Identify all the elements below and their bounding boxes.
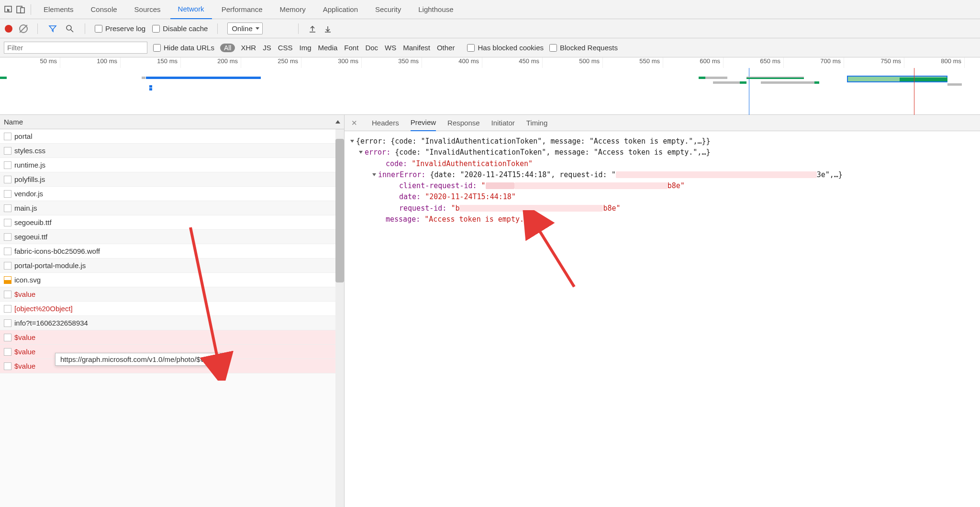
timeline-tick: 750 ms: [844, 57, 904, 68]
request-name: icon.svg: [14, 276, 41, 284]
request-list[interactable]: portalstyles.cssruntime.jspolyfills.jsve…: [0, 129, 335, 507]
request-row[interactable]: vendor.js: [0, 187, 335, 201]
request-name: $value: [14, 333, 35, 341]
filter-type-font[interactable]: Font: [344, 44, 358, 52]
has-blocked-cookies-checkbox[interactable]: Has blocked cookies: [467, 44, 544, 52]
filter-all[interactable]: All: [220, 44, 235, 52]
request-row[interactable]: fabric-icons-b0c25096.woff: [0, 244, 335, 259]
timeline-tick: 700 ms: [784, 57, 844, 68]
request-row[interactable]: portal: [0, 129, 335, 144]
request-name: $value: [14, 362, 35, 370]
response-preview[interactable]: {error: {code: "InvalidAuthenticationTok…: [345, 131, 980, 507]
file-icon: [4, 176, 11, 183]
filter-type-ws[interactable]: WS: [385, 44, 396, 52]
request-row[interactable]: [object%20Object]: [0, 302, 335, 316]
filter-type-doc[interactable]: Doc: [365, 44, 378, 52]
tab-initiator[interactable]: Initiator: [491, 115, 515, 131]
network-timeline[interactable]: 50 ms100 ms150 ms200 ms250 ms300 ms350 m…: [0, 57, 980, 115]
tab-performance[interactable]: Performance: [214, 0, 270, 19]
filter-type-js[interactable]: JS: [263, 44, 271, 52]
file-icon: [4, 133, 11, 140]
request-row[interactable]: polyfills.js: [0, 172, 335, 187]
request-name: portal-portal-module.js: [14, 261, 86, 270]
request-name: segoeuib.ttf: [14, 218, 52, 226]
tab-application[interactable]: Application: [315, 0, 366, 19]
svg-point-3: [67, 25, 71, 30]
request-list-panel: Name portalstyles.cssruntime.jspolyfills…: [0, 115, 345, 507]
request-row[interactable]: segoeuib.ttf: [0, 215, 335, 230]
tab-sources[interactable]: Sources: [127, 0, 168, 19]
file-icon: [4, 147, 11, 155]
timeline-tick: 150 ms: [121, 57, 181, 68]
request-row[interactable]: portal-portal-module.js: [0, 259, 335, 273]
request-row[interactable]: icon.svg: [0, 273, 335, 287]
file-icon: [4, 362, 11, 370]
timeline-tick: 450 ms: [482, 57, 543, 68]
blocked-requests-checkbox[interactable]: Blocked Requests: [549, 44, 618, 52]
close-detail-button[interactable]: ✕: [348, 119, 360, 127]
svg-line-4: [71, 30, 73, 32]
file-icon: [4, 262, 11, 270]
search-icon[interactable]: [65, 23, 75, 34]
request-row[interactable]: main.js: [0, 201, 335, 215]
tab-lighthouse[interactable]: Lighthouse: [411, 0, 461, 19]
detail-tabs: ✕ Headers Preview Response Initiator Tim…: [345, 115, 980, 131]
tab-network[interactable]: Network: [170, 0, 212, 19]
filter-type-other[interactable]: Other: [437, 44, 455, 52]
request-row[interactable]: segoeui.ttf: [0, 230, 335, 244]
tab-timing[interactable]: Timing: [526, 115, 547, 131]
filter-type-css[interactable]: CSS: [278, 44, 293, 52]
preserve-log-checkbox[interactable]: Preserve log: [95, 24, 145, 33]
timeline-tick: 300 ms: [301, 57, 362, 68]
tab-response[interactable]: Response: [447, 115, 480, 131]
clear-button[interactable]: [19, 24, 28, 33]
filter-type-manifest[interactable]: Manifest: [403, 44, 430, 52]
tab-headers[interactable]: Headers: [372, 115, 399, 131]
hide-data-urls-checkbox[interactable]: Hide data URLs: [153, 44, 214, 52]
file-icon: [4, 319, 11, 327]
request-list-header[interactable]: Name: [0, 115, 344, 129]
file-icon: [4, 233, 11, 241]
device-toggle-icon[interactable]: [15, 4, 26, 15]
request-detail-panel: ✕ Headers Preview Response Initiator Tim…: [345, 115, 980, 507]
network-toolbar: Preserve log Disable cache Online: [0, 19, 980, 38]
request-name: main.js: [14, 204, 37, 212]
tab-preview[interactable]: Preview: [411, 115, 436, 131]
timeline-tick: 50 ms: [0, 57, 60, 68]
throttling-select[interactable]: Online: [227, 23, 262, 34]
file-icon: [4, 305, 11, 313]
timeline-tick: 350 ms: [362, 57, 422, 68]
filter-input[interactable]: [4, 42, 147, 54]
divider: [298, 23, 299, 34]
tab-console[interactable]: Console: [83, 0, 125, 19]
request-row[interactable]: info?t=1606232658934: [0, 316, 335, 330]
svg-line-8: [531, 217, 574, 287]
request-name: vendor.js: [14, 190, 43, 198]
download-har-icon[interactable]: [323, 24, 332, 33]
filter-type-xhr[interactable]: XHR: [241, 44, 256, 52]
inspect-icon[interactable]: [3, 4, 13, 15]
record-button[interactable]: [5, 25, 12, 33]
request-name: portal: [14, 132, 33, 140]
request-row[interactable]: $value: [0, 330, 335, 345]
timeline-tick: 500 ms: [543, 57, 603, 68]
filter-type-media[interactable]: Media: [318, 44, 338, 52]
tab-memory[interactable]: Memory: [272, 0, 313, 19]
timeline-tick: 550 ms: [603, 57, 663, 68]
divider: [217, 23, 218, 34]
request-name: polyfills.js: [14, 175, 45, 183]
request-row[interactable]: $value: [0, 287, 335, 302]
request-row[interactable]: styles.css: [0, 144, 335, 158]
file-icon: [4, 248, 11, 255]
disable-cache-checkbox[interactable]: Disable cache: [152, 24, 208, 33]
tab-elements[interactable]: Elements: [36, 0, 81, 19]
scrollbar[interactable]: [335, 129, 344, 507]
filter-bar: Hide data URLs All XHRJSCSSImgMediaFontD…: [0, 38, 980, 57]
upload-har-icon[interactable]: [308, 24, 317, 33]
request-name: [object%20Object]: [14, 304, 73, 313]
tab-security[interactable]: Security: [368, 0, 409, 19]
filter-toggle-icon[interactable]: [47, 23, 58, 34]
request-row[interactable]: runtime.js: [0, 158, 335, 172]
filter-type-img[interactable]: Img: [299, 44, 311, 52]
image-file-icon: [4, 276, 11, 284]
